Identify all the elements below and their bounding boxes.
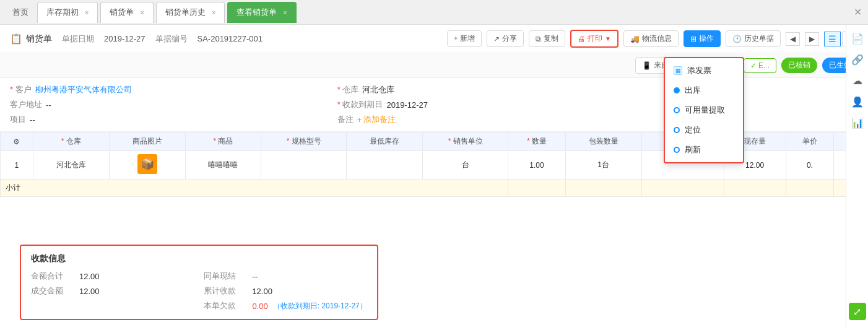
print-dropdown-icon: ▼ <box>605 35 611 42</box>
doc-title-text: 销货单 <box>26 33 52 45</box>
col-gear[interactable]: ⚙ <box>1 132 33 151</box>
tab-sales-history-close[interactable]: × <box>212 9 215 16</box>
customer-value[interactable]: 柳州粤港平安气体有限公司 <box>35 84 132 95</box>
ship-item[interactable]: 出库 <box>665 80 743 100</box>
locate-item[interactable]: 定位 <box>665 120 743 140</box>
customer-field: 客户 柳州粤港平安气体有限公司 <box>10 84 332 95</box>
payment-grid: 金额合计 12.00 同单现结 -- 成交金额 12.00 累计收款 12.00 <box>31 271 367 311</box>
subtotal-current <box>724 180 786 197</box>
refresh-dot <box>674 147 680 153</box>
col-spec: * 规格型号 <box>261 132 347 151</box>
tab-bar: 首页 库存期初 × 销货单 × 销货单历史 × 查看销货单 × ✕ <box>0 0 868 25</box>
cell-product: 嘻嘻嘻嘻 <box>185 151 261 180</box>
tab-view-sales-close[interactable]: × <box>283 9 287 16</box>
tab-sales-history[interactable]: 销货单历史 × <box>156 2 225 23</box>
project-field: 项目 -- <box>10 114 332 125</box>
deal-row: 成交金额 12.00 <box>31 285 194 297</box>
cell-img <box>109 151 185 180</box>
grid-icon: ⊞ <box>690 35 697 43</box>
tab-view-sales[interactable]: 查看销货单 × <box>227 2 296 23</box>
subtotal-avail <box>641 180 724 197</box>
col-qty: * 数量 <box>508 132 566 151</box>
print-icon: 🖨 <box>578 35 585 43</box>
tab-home[interactable]: 首页 <box>6 3 35 22</box>
copy-button[interactable]: ⧉ 复制 <box>529 30 565 47</box>
same-order-row: 同单现结 -- <box>204 271 367 282</box>
warehouse-field: 仓库 河北仓库 <box>337 84 660 95</box>
doc-icon: 📋 <box>10 33 22 45</box>
project-value: -- <box>30 115 35 124</box>
arrears-note: （收款到期日: 2019-12-27） <box>273 301 367 311</box>
address-field: 客户地址 -- <box>10 99 332 110</box>
nav-prev[interactable]: ◀ <box>786 32 800 46</box>
history-icon: 🕐 <box>732 35 742 43</box>
sidebar-doc-icon[interactable]: 📄 <box>849 30 866 47</box>
total-value: 12.00 <box>79 272 100 281</box>
col-warehouse: * 仓库 <box>33 132 109 151</box>
note-field: 备注 添加备注 <box>337 114 660 125</box>
total-row: 金额合计 12.00 <box>31 271 194 282</box>
deal-label: 成交金额 <box>31 285 74 297</box>
history-button[interactable]: 🕐 历史单据 <box>726 30 781 47</box>
sidebar-expand-icon[interactable]: ⤢ <box>849 303 866 320</box>
cell-price: 0. <box>786 151 833 180</box>
sidebar-chart-icon[interactable]: 📊 <box>849 114 866 131</box>
close-button[interactable]: ✕ <box>854 6 862 18</box>
col-unit: * 销售单位 <box>423 132 508 151</box>
add-invoice-item[interactable]: ▦ 添发票 <box>665 61 743 80</box>
avail-dot <box>674 107 680 113</box>
doc-meta: 单据日期 2019-12-27 单据编号 SA-20191227-001 <box>62 33 263 45</box>
sidebar-link-icon[interactable]: 🔗 <box>849 51 866 68</box>
confirm-btn[interactable]: ✓ E... <box>744 58 776 73</box>
share-icon: ↗ <box>493 35 500 43</box>
product-image <box>137 154 157 174</box>
payment-title: 收款信息 <box>31 253 367 264</box>
arrears-row: 本单欠款 0.00 （收款到期日: 2019-12-27） <box>204 300 367 311</box>
ship-dot <box>674 87 680 93</box>
arrears-value: 0.00 <box>252 302 267 311</box>
add-note-btn[interactable]: 添加备注 <box>357 114 396 125</box>
note-label: 备注 <box>337 114 354 125</box>
col-product: * 商品 <box>185 132 261 151</box>
col-pack-qty: 包装数量 <box>565 132 641 151</box>
subtotal-pack <box>565 180 641 197</box>
tab-inventory[interactable]: 库存期初 × <box>37 2 98 23</box>
refresh-item[interactable]: 刷新 <box>665 140 743 160</box>
share-button[interactable]: ↗ 分享 <box>487 30 524 47</box>
project-label: 项目 <box>10 114 26 125</box>
same-order-value: -- <box>252 272 258 281</box>
cumulative-value: 12.00 <box>252 287 272 296</box>
cell-pack-qty: 1台 <box>565 151 641 180</box>
same-order-label: 同单现结 <box>204 271 247 282</box>
date-label: 单据日期 <box>62 33 94 45</box>
status-sold-btn[interactable]: 已核销 <box>781 58 817 73</box>
col-img: 商品图片 <box>109 132 185 151</box>
cell-spec <box>261 151 347 180</box>
cumulative-label: 累计收款 <box>204 285 247 297</box>
sidebar-cloud-icon[interactable]: ☁ <box>849 72 866 89</box>
cell-min-stock <box>347 151 423 180</box>
due-date-label: 收款到期日 <box>337 99 383 110</box>
nav-next[interactable]: ▶ <box>805 32 819 46</box>
subtotal-label: 小计 <box>1 180 508 197</box>
print-button[interactable]: 🖨 打印 ▼ <box>570 30 618 48</box>
invoice-icon: ▦ <box>674 66 682 75</box>
tab-sales-close[interactable]: × <box>140 9 144 16</box>
tab-inventory-close[interactable]: × <box>85 9 89 16</box>
doc-actions: + 新增 ↗ 分享 ⧉ 复制 🖨 打印 ▼ 🚚 物流信息 ⊞ 操作 <box>447 30 858 48</box>
address-label: 客户地址 <box>10 99 42 110</box>
logistics-button[interactable]: 🚚 物流信息 <box>623 30 679 47</box>
col-price: 单价 <box>786 132 833 151</box>
new-button[interactable]: + 新增 <box>447 30 482 47</box>
available-qty-item[interactable]: 可用量提取 <box>665 100 743 120</box>
cell-warehouse: 河北仓库 <box>33 151 109 180</box>
view-list-btn[interactable]: ☰ <box>824 32 841 46</box>
cumulative-row: 累计收款 12.00 <box>204 285 367 297</box>
bottom-area: 收款信息 金额合计 12.00 同单现结 -- 成交金额 12.00 累计收款 … <box>0 237 868 330</box>
operations-button[interactable]: ⊞ 操作 <box>684 30 721 47</box>
logistics-icon: 🚚 <box>630 35 640 43</box>
doc-header: 📋 销货单 单据日期 2019-12-27 单据编号 SA-20191227-0… <box>0 25 868 53</box>
sidebar-user-icon[interactable]: 👤 <box>849 93 866 110</box>
tab-sales[interactable]: 销货单 × <box>100 2 153 23</box>
subtotal-qty <box>508 180 566 197</box>
